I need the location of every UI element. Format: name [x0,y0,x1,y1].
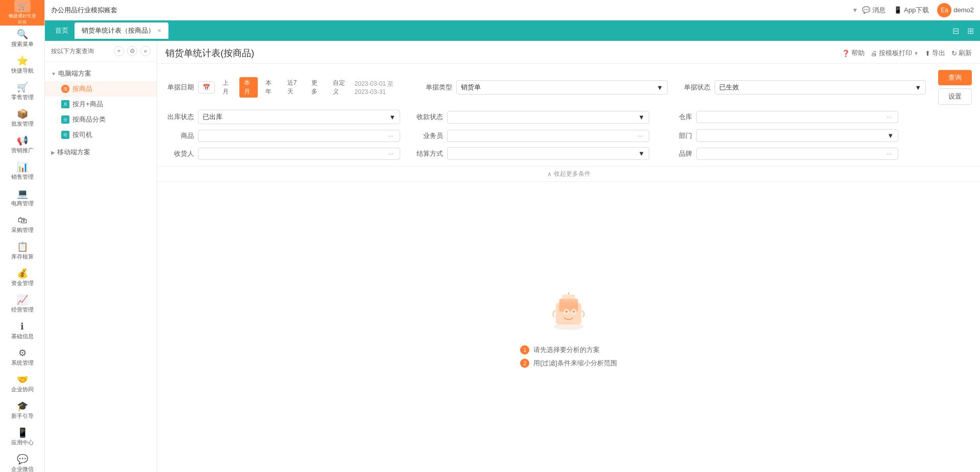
tab-close-btn[interactable]: × [158,27,161,34]
export-btn[interactable]: ⬆ 导出 [925,49,945,58]
date-btn-last-month[interactable]: 上月 [218,77,236,98]
tree-arrow-mobile-icon: ▶ [51,150,55,155]
app-logo: 🛒 畅捷通好生意 标账 [0,0,45,26]
app-download-btn[interactable]: 📱 App下载 [894,6,929,15]
receipt-status-select[interactable]: ▼ [447,111,649,124]
sidebar-item-10[interactable]: 📈经营管理 [9,291,36,318]
date-btn-custom[interactable]: 自定义 [328,77,351,98]
tree-child-icon-goods: 按 [61,85,69,93]
settings-button[interactable]: 设置 [938,88,972,105]
sidebar-label-15: 应用中心 [11,439,34,446]
empty-tip-2: 2 用[过滤]条件来缩小分析范围 [520,359,617,368]
tree-child-month-goods[interactable]: 月 按月+商品 [45,97,157,112]
date-btn-this-year[interactable]: 本年 [261,77,279,98]
consignee-more[interactable]: ··· [386,150,396,157]
dept-arrow: ▼ [887,132,894,139]
sidebar-item-11[interactable]: ℹ基础信息 [9,318,36,344]
panel-header: 销货单统计表(按商品) ❓ 帮助 🖨 按模板打印 ▼ ⬆ 导出 [157,41,980,64]
sidebar-label-1: 快捷导航 [11,67,34,75]
date-btn-more[interactable]: 更多 [307,77,325,98]
sidebar-label-10: 经营管理 [11,306,34,314]
tree-child-category[interactable]: 分 按商品分类 [45,112,157,127]
payment-field[interactable]: ▼ [447,147,649,160]
tree-parent-desktop[interactable]: ▼ 电脑端方案 [45,66,157,81]
sidebar-item-1[interactable]: ⭐快捷导航 [9,52,36,79]
tree-parent-desktop-label: 电脑端方案 [58,69,91,78]
topbar-title: 办公用品行业模拟账套 [51,6,848,15]
tab-active[interactable]: 销货单统计表（按商品） × [75,22,168,39]
collapse-panel-btn[interactable]: « [140,46,151,56]
sidebar-item-2[interactable]: 🛒零售管理 [9,79,36,105]
collapse-bar[interactable]: ∧ 收起更多条件 [157,167,980,182]
sidebar-icon-7: 🛍 [18,216,27,225]
brand-field[interactable]: ··· [696,148,898,160]
sidebar-item-16[interactable]: 💬企业微信 [9,451,36,472]
print-label: 按模板打印 [879,49,912,58]
consignee-field[interactable]: ··· [198,148,400,160]
add-scheme-btn[interactable]: + [114,46,124,56]
sidebar-item-5[interactable]: 📊销售管理 [9,158,36,185]
tip-1-text: 请先选择要分析的方案 [533,345,600,355]
print-btn[interactable]: 🖨 按模板打印 ▼ [871,49,919,58]
print-arrow[interactable]: ▼ [914,51,919,56]
doc-status-select[interactable]: 已生效 ▼ [715,80,926,95]
brand-label: 品牌 [664,149,692,158]
minimize-icon[interactable]: ⊟ [950,24,961,38]
sidebar-icon-4: 📢 [17,136,28,145]
message-label: 消息 [872,6,886,15]
sales-person-more[interactable]: ··· [635,132,645,139]
sidebar-icon-5: 📊 [17,162,28,172]
sidebar-icon-11: ℹ [20,322,24,331]
sidebar-item-14[interactable]: 🎓新手引导 [9,397,36,424]
payment-arrow: ▼ [638,150,645,157]
sidebar-item-4[interactable]: 📢营销推广 [9,132,36,158]
logo-icon: 🛒 [14,0,31,12]
panel-actions: ❓ 帮助 🖨 按模板打印 ▼ ⬆ 导出 ↻ 刷新 [842,49,972,58]
date-range: 2023-03-01 至 2023-03-31 [355,80,409,96]
goods-more[interactable]: ··· [386,132,396,139]
tree-arrow-icon: ▼ [51,71,56,77]
tree-section: ▼ 电脑端方案 按 按商品 月 按月+商品 分 按商品分类 司 按司机 [45,62,157,164]
brand-wrap: ··· [696,148,898,160]
sidebar-item-13[interactable]: 🤝企业协同 [9,371,36,397]
svg-rect-7 [562,295,575,301]
date-btn-7days[interactable]: 近7天 [283,77,304,98]
sidebar-icon-1: ⭐ [17,56,28,65]
out-status-select[interactable]: 已出库 ▼ [198,110,400,124]
sidebar-item-12[interactable]: ⚙系统管理 [9,344,36,371]
warehouse-field[interactable]: ··· [696,111,898,123]
tree-parent-mobile[interactable]: ▶ 移动端方案 [45,145,157,160]
export-label: 导出 [932,49,945,58]
warehouse-more[interactable]: ··· [885,113,894,121]
setting-scheme-btn[interactable]: ⚙ [127,46,137,56]
brand-more[interactable]: ··· [885,150,894,157]
sidebar-item-7[interactable]: 🛍采购管理 [9,211,36,238]
sidebar-icon-13: 🤝 [17,375,28,384]
user-profile[interactable]: Ea demo2 [937,3,974,17]
dept-field[interactable]: ▼ [696,129,898,142]
query-button[interactable]: 查询 [938,70,972,85]
sidebar-item-8[interactable]: 📋库存核算 [9,238,36,265]
sidebar-item-15[interactable]: 📱应用中心 [9,424,36,451]
sidebar-item-9[interactable]: 💰资金管理 [9,265,36,291]
tree-child-driver[interactable]: 司 按司机 [45,127,157,143]
goods-field[interactable]: ··· [198,130,400,142]
help-btn[interactable]: ❓ 帮助 [842,49,865,58]
tab-home[interactable]: 首页 [49,22,75,39]
sidebar-item-3[interactable]: 📦批发管理 [9,105,36,132]
date-btn-this-month[interactable]: 本月 [239,77,258,98]
tree-child-by-goods[interactable]: 按 按商品 [45,81,157,97]
sidebar-label-13: 企业协同 [11,386,34,393]
topbar-dropdown-icon[interactable]: ▼ [852,7,858,14]
message-btn[interactable]: 💬 消息 [862,6,886,15]
empty-illustration [543,286,594,337]
maximize-icon[interactable]: ⊞ [965,24,976,38]
sidebar-item-0[interactable]: 🔍搜索菜单 [9,26,36,52]
refresh-btn[interactable]: ↻ 刷新 [951,49,972,58]
doc-type-select[interactable]: 销货单 ▼ [456,80,668,95]
sidebar-item-6[interactable]: 💻电商管理 [9,185,36,211]
date-input[interactable]: 📅 [198,81,215,93]
app-download-label: App下载 [904,6,929,15]
sales-person-field[interactable]: ··· [447,130,649,142]
sales-person-wrap: ··· [447,130,649,142]
